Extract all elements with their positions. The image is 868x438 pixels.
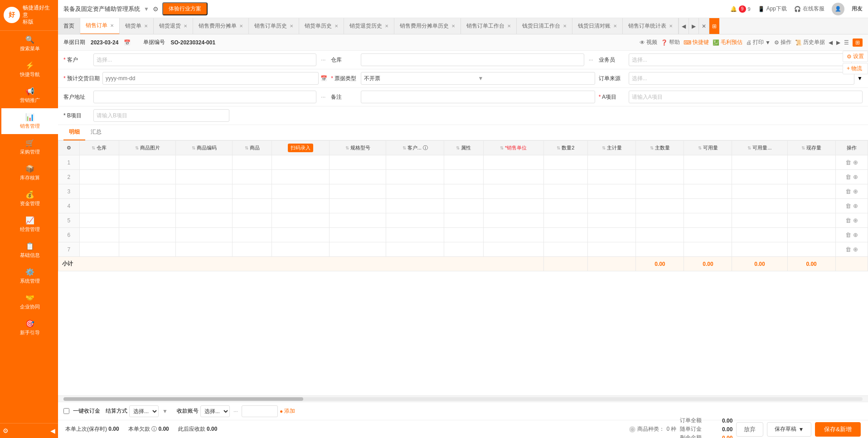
cell-warehouse[interactable] xyxy=(79,155,119,170)
cell-warehouse[interactable] xyxy=(79,228,119,242)
barcode-input-button[interactable]: 扫码录入 xyxy=(288,144,313,152)
remark-input[interactable] xyxy=(361,91,595,103)
logistics-button[interactable]: + 物流 xyxy=(843,63,868,74)
settings-quick-button[interactable]: ⚙ 设置 xyxy=(843,51,868,62)
cell-barcode[interactable] xyxy=(272,184,330,199)
cell-warehouse[interactable] xyxy=(79,170,119,184)
cell-barcode[interactable] xyxy=(272,155,330,170)
tab-close-icon[interactable]: ✕ xyxy=(563,24,567,29)
tab-close-icon[interactable]: ✕ xyxy=(451,24,455,29)
col-warehouse[interactable]: ⇅ 仓库 xyxy=(79,141,119,155)
delete-row-button[interactable]: 🗑 xyxy=(845,217,851,224)
warehouse-input[interactable]: 成品库 xyxy=(361,53,584,66)
sidebar-item-nav[interactable]: ⚡ 快捷导航 xyxy=(0,57,58,82)
warehouse-dots-button[interactable]: ··· xyxy=(587,57,595,63)
cell-main-unit[interactable] xyxy=(588,184,636,199)
payment-method-select[interactable]: 选择... xyxy=(129,405,159,417)
notification-button[interactable]: 🔔 9 9 xyxy=(730,5,751,13)
cell-main-qty[interactable] xyxy=(636,199,684,213)
cell-unit[interactable] xyxy=(483,184,543,199)
cell-code[interactable] xyxy=(176,242,233,257)
cell-unit[interactable] xyxy=(483,213,543,228)
cell-image[interactable] xyxy=(119,242,175,257)
nav-right-icon[interactable]: ▶ xyxy=(836,39,840,46)
cell-current[interactable] xyxy=(787,228,835,242)
scrollbar-track[interactable] xyxy=(63,397,863,401)
cell-goods[interactable] xyxy=(233,242,272,257)
cell-barcode[interactable] xyxy=(272,213,330,228)
cell-spec[interactable] xyxy=(330,213,386,228)
delete-row-button[interactable]: 🗑 xyxy=(845,173,851,180)
cell-action[interactable]: 🗑 ⊕ xyxy=(835,228,868,242)
list-view-icon[interactable]: ☰ xyxy=(844,39,849,46)
tab-return-history[interactable]: 销货退货历史 ✕ xyxy=(344,18,394,34)
account-select[interactable]: 选择... xyxy=(200,405,230,417)
customer-dots-button[interactable]: ··· xyxy=(319,57,327,63)
cell-attr[interactable] xyxy=(444,199,483,213)
tab-daily-account[interactable]: 钱货日清对账 ✕ xyxy=(572,18,623,34)
cell-barcode[interactable] xyxy=(272,199,330,213)
col-main-qty[interactable]: ⇅ 主数量 xyxy=(636,141,684,155)
cell-available[interactable] xyxy=(684,184,732,199)
cell-spec[interactable] xyxy=(330,199,386,213)
cell-attr[interactable] xyxy=(444,228,483,242)
tab-close-icon[interactable]: ✕ xyxy=(507,24,511,29)
sidebar-item-enterprise[interactable]: 🤝 企业协同 xyxy=(0,289,58,315)
cell-main-unit[interactable] xyxy=(588,170,636,184)
tab-sales-order-history[interactable]: 销售订单历史 ✕ xyxy=(249,18,299,34)
cell-customer-code[interactable] xyxy=(386,228,444,242)
cell-main-unit[interactable] xyxy=(588,213,636,228)
cell-available[interactable] xyxy=(684,228,732,242)
app-download-button[interactable]: 📱 App下载 xyxy=(758,5,787,13)
tab-close-icon[interactable]: ✕ xyxy=(385,24,388,29)
settings-icon[interactable]: ⚙ xyxy=(3,427,9,434)
cell-image[interactable] xyxy=(119,184,175,199)
col-settings[interactable]: ⚙ xyxy=(58,141,80,155)
cell-available2[interactable] xyxy=(732,184,787,199)
cell-available2[interactable] xyxy=(732,199,787,213)
cell-qty2[interactable] xyxy=(543,170,588,184)
tab-close-icon[interactable]: ✕ xyxy=(290,24,293,29)
cell-qty2[interactable] xyxy=(543,199,588,213)
save-draft-button[interactable]: 保存草稿 ▼ xyxy=(767,422,811,437)
cell-spec[interactable] xyxy=(330,242,386,257)
cell-barcode[interactable] xyxy=(272,170,330,184)
tab-detail[interactable]: 明细 xyxy=(63,125,85,140)
cell-main-unit[interactable] xyxy=(588,228,636,242)
cell-qty2[interactable] xyxy=(543,184,588,199)
copy-row-button[interactable]: ⊕ xyxy=(853,202,858,209)
copy-row-button[interactable]: ⊕ xyxy=(853,231,858,238)
tab-expand-button[interactable]: ⊞ xyxy=(709,18,719,34)
copy-row-button[interactable]: ⊕ xyxy=(853,246,858,253)
tab-sales-order[interactable]: 销售订单 ✕ xyxy=(80,18,120,34)
save-draft-arrow-icon[interactable]: ▼ xyxy=(798,426,804,433)
sidebar-item-purchase[interactable]: 🛒 采购管理 xyxy=(0,134,58,160)
settings-icon[interactable]: ⚙ xyxy=(153,5,159,13)
delete-row-button[interactable]: 🗑 xyxy=(845,246,851,253)
delivery-date-input[interactable] xyxy=(102,72,319,85)
cell-available2[interactable] xyxy=(732,228,787,242)
tab-close-icon[interactable]: ✕ xyxy=(184,24,187,29)
cell-available[interactable] xyxy=(684,213,732,228)
cell-attr[interactable] xyxy=(444,155,483,170)
cell-unit[interactable] xyxy=(483,242,543,257)
tab-close-icon[interactable]: ✕ xyxy=(239,24,243,29)
cell-unit[interactable] xyxy=(483,199,543,213)
cell-unit[interactable] xyxy=(483,228,543,242)
customer-input[interactable] xyxy=(93,53,316,66)
cell-action[interactable]: 🗑 ⊕ xyxy=(835,155,868,170)
col-code[interactable]: ⇅ 商品编码 xyxy=(176,141,233,155)
scrollbar-thumb[interactable] xyxy=(63,397,303,401)
tab-close-icon[interactable]: ✕ xyxy=(110,23,114,28)
cell-code[interactable] xyxy=(176,213,233,228)
tab-next-button[interactable]: ▶ xyxy=(689,18,698,34)
cell-warehouse[interactable] xyxy=(79,242,119,257)
account-dots[interactable]: ··· xyxy=(232,408,240,414)
tab-close-icon[interactable]: ✕ xyxy=(613,24,617,29)
cell-code[interactable] xyxy=(176,184,233,199)
help-button[interactable]: ❓ 帮助 xyxy=(661,39,680,46)
cell-goods[interactable] xyxy=(233,170,272,184)
address-dots-button[interactable]: ··· xyxy=(319,94,327,100)
cell-code[interactable] xyxy=(176,155,233,170)
cell-qty2[interactable] xyxy=(543,213,588,228)
